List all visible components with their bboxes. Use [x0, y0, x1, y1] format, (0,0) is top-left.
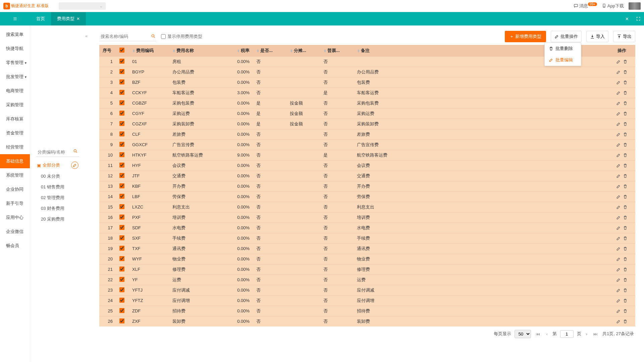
row-checkbox[interactable] [119, 183, 124, 188]
export-button[interactable]: 导出 [613, 31, 635, 42]
row-checkbox[interactable] [119, 111, 124, 116]
edit-icon[interactable] [615, 277, 622, 283]
row-checkbox[interactable] [119, 298, 124, 303]
category-search-input[interactable] [36, 147, 79, 157]
edit-icon[interactable] [615, 153, 622, 158]
edit-icon[interactable] [615, 163, 622, 168]
category-all[interactable]: 全部分类 [43, 162, 60, 168]
table-row[interactable]: 4CCKYF车船客运费3.00%否是车船客运费 [99, 87, 635, 98]
edit-icon[interactable] [615, 225, 622, 231]
row-checkbox[interactable] [119, 308, 124, 313]
sidenav-item[interactable]: 企业协同 [0, 182, 30, 196]
app-download-link[interactable]: App下载 [602, 3, 624, 9]
trash-icon[interactable] [622, 90, 629, 96]
row-checkbox[interactable] [119, 121, 124, 126]
col-select-all[interactable] [116, 45, 129, 56]
sidenav-item[interactable]: 电商管理 [0, 84, 30, 98]
sidenav-item[interactable]: 应用中心 [0, 210, 30, 225]
search-input[interactable] [99, 32, 156, 41]
table-row[interactable]: 22YF运费0.00%否否运费 [99, 275, 635, 285]
pager-prev[interactable]: ‹ [545, 331, 549, 337]
table-row[interactable]: 21XLF修理费0.00%否否修理费 [99, 264, 635, 275]
avatar[interactable] [629, 2, 641, 10]
trash-icon[interactable] [622, 132, 629, 137]
search-icon[interactable] [151, 34, 156, 39]
table-row[interactable]: 26ZXF装卸费0.00%否否装卸费 [99, 316, 635, 326]
category-edit-icon[interactable] [71, 162, 78, 169]
page-size-select[interactable]: 50 [515, 330, 531, 338]
trash-icon[interactable] [622, 308, 629, 314]
table-row[interactable]: 13KBF开办费0.00%否否开办费 [99, 181, 635, 191]
col-name[interactable]: ▲▼费用名称 [169, 45, 226, 56]
col-index[interactable]: 序号 [99, 45, 116, 56]
trash-icon[interactable] [622, 101, 629, 106]
table-row[interactable]: 11HYF会议费0.00%否否会议费 [99, 160, 635, 171]
col-tax[interactable]: ▲▼税率 [226, 45, 253, 56]
edit-icon[interactable] [615, 215, 622, 220]
show-disabled-toggle[interactable]: 显示停用费用类型 [161, 34, 202, 40]
category-item[interactable]: 00 未分类 [34, 171, 81, 182]
edit-icon[interactable] [615, 267, 622, 272]
edit-icon[interactable] [615, 298, 622, 303]
edit-icon[interactable] [615, 184, 622, 189]
table-row[interactable]: 23YFTJ应付调减0.00%否否应付调减 [99, 285, 635, 295]
table-row[interactable]: 19TXF通讯费0.00%否否通讯费 [99, 243, 635, 254]
row-checkbox[interactable] [119, 59, 124, 64]
pager-next[interactable]: › [585, 331, 589, 337]
sidenav-item[interactable]: 企业微信 [0, 225, 30, 239]
edit-icon[interactable] [615, 246, 622, 251]
table-row[interactable]: 20WYF物业费0.00%否否物业费 [99, 254, 635, 264]
trash-icon[interactable] [622, 163, 629, 168]
trash-icon[interactable] [622, 204, 629, 210]
row-checkbox[interactable] [119, 225, 124, 230]
trash-icon[interactable] [622, 80, 629, 85]
row-checkbox[interactable] [119, 152, 124, 157]
edit-icon[interactable] [615, 288, 622, 293]
row-checkbox[interactable] [119, 204, 124, 209]
close-all-tabs[interactable]: ✕ [621, 16, 633, 21]
expand-icon[interactable]: ▣ [37, 163, 41, 168]
trash-icon[interactable] [622, 277, 629, 283]
row-checkbox[interactable] [119, 277, 124, 282]
col-code[interactable]: ▲▼费用编码 [129, 45, 169, 56]
col-invoice[interactable]: ▲▼普票... [320, 45, 354, 56]
fullscreen-toggle[interactable] [633, 16, 644, 21]
menu-toggle[interactable] [0, 12, 30, 25]
trash-icon[interactable] [622, 173, 629, 179]
batch-operations-button[interactable]: 批量操作 批量删除 批量编辑 [551, 31, 582, 42]
sidenav-item[interactable]: 批发管理▾ [0, 70, 30, 84]
row-checkbox[interactable] [119, 173, 124, 178]
edit-icon[interactable] [615, 256, 622, 262]
import-button[interactable]: 导入 [586, 31, 608, 42]
row-checkbox[interactable] [119, 69, 124, 74]
tab-home[interactable]: 首页 [30, 12, 51, 25]
trash-icon[interactable] [622, 215, 629, 220]
row-checkbox[interactable] [119, 100, 124, 105]
table-row[interactable]: 10HTKYF航空铁路客运费9.00%否是航空铁路客运费 [99, 150, 635, 160]
trash-icon[interactable] [622, 256, 629, 262]
close-icon[interactable]: ✕ [76, 16, 80, 21]
edit-icon[interactable] [615, 194, 622, 199]
table-row[interactable]: 18SXF手续费0.00%否否手续费 [99, 233, 635, 243]
sidenav-item[interactable]: 基础信息 [0, 154, 30, 168]
row-checkbox[interactable] [119, 79, 124, 84]
row-checkbox[interactable] [119, 266, 124, 272]
table-row[interactable]: 9GGXCF广告宣传费0.00%否否广告宣传费 [99, 139, 635, 150]
pager-first[interactable]: ⏮ [534, 331, 541, 337]
org-selector[interactable]: ⌄ [59, 2, 106, 10]
col-bool1[interactable]: ▲▼是否... [253, 45, 286, 56]
table-row[interactable]: 8CLF差旅费0.00%否否差旅费 [99, 129, 635, 139]
row-checkbox[interactable] [119, 215, 124, 220]
table-row[interactable]: 25ZDF招待费0.00%否否招待费 [99, 306, 635, 316]
table-row[interactable]: 12JTF交通费0.00%否否交通费 [99, 171, 635, 181]
category-item[interactable]: 03 财务费用 [34, 203, 81, 214]
row-checkbox[interactable] [119, 131, 124, 136]
trash-icon[interactable] [622, 298, 629, 303]
pager-last[interactable]: ⏭ [592, 331, 599, 337]
row-checkbox[interactable] [119, 142, 124, 147]
trash-icon[interactable] [622, 153, 629, 158]
edit-icon[interactable] [615, 236, 622, 241]
trash-icon[interactable] [622, 288, 629, 293]
edit-icon[interactable] [615, 204, 622, 210]
trash-icon[interactable] [622, 194, 629, 199]
